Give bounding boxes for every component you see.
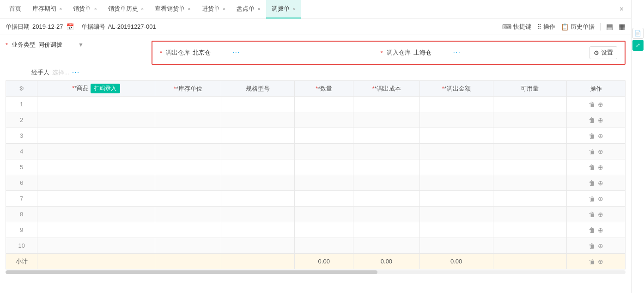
- row-goods-cell[interactable]: [37, 238, 155, 254]
- copy-icon[interactable]: ⊕: [598, 195, 603, 202]
- row-qty-cell[interactable]: [295, 191, 353, 207]
- row-qty-cell[interactable]: [295, 97, 353, 112]
- row-amount-cell[interactable]: [419, 112, 493, 128]
- row-spec-cell[interactable]: [221, 159, 295, 175]
- tab-inventory-init[interactable]: 库存期初 ×: [27, 0, 67, 18]
- layout1-button[interactable]: ▤: [606, 22, 613, 31]
- row-unit-cell[interactable]: [155, 175, 221, 191]
- row-cost-cell[interactable]: [353, 207, 419, 222]
- handler-more[interactable]: ···: [72, 68, 79, 77]
- row-goods-cell[interactable]: [37, 207, 155, 222]
- close-transfer[interactable]: ×: [292, 6, 295, 12]
- row-cost-cell[interactable]: [353, 222, 419, 238]
- delete-icon[interactable]: 🗑: [589, 242, 595, 250]
- close-purchase-order[interactable]: ×: [223, 6, 225, 12]
- copy-icon[interactable]: ⊕: [598, 242, 603, 250]
- transfer-in-more[interactable]: ···: [453, 49, 461, 57]
- row-qty-cell[interactable]: [295, 175, 353, 191]
- row-spec-cell[interactable]: [221, 191, 295, 207]
- settings-button[interactable]: ⚙ 设置: [589, 46, 617, 59]
- transfer-in-value[interactable]: 上海仓: [413, 49, 450, 57]
- row-qty-cell[interactable]: [295, 207, 353, 222]
- row-unit-cell[interactable]: [155, 128, 221, 144]
- copy-icon[interactable]: ⊕: [598, 116, 603, 124]
- row-amount-cell[interactable]: [419, 207, 493, 222]
- row-unit-cell[interactable]: [155, 238, 221, 254]
- tab-purchase-order[interactable]: 进货单 ×: [196, 0, 231, 18]
- row-goods-cell[interactable]: [37, 128, 155, 144]
- copy-icon[interactable]: ⊕: [598, 148, 603, 155]
- doc-date-value[interactable]: 2019-12-27: [32, 23, 63, 30]
- row-unit-cell[interactable]: [155, 144, 221, 159]
- tab-sales-order[interactable]: 销货单 ×: [67, 0, 102, 18]
- row-unit-cell[interactable]: [155, 159, 221, 175]
- close-stocktake[interactable]: ×: [257, 6, 260, 12]
- table-settings-icon[interactable]: ⚙: [19, 85, 24, 92]
- copy-icon[interactable]: ⊕: [598, 179, 603, 187]
- business-type-select[interactable]: 同价调拨 ▼: [38, 41, 84, 49]
- panel-doc-button[interactable]: 📄: [632, 28, 644, 39]
- row-cost-cell[interactable]: [353, 191, 419, 207]
- row-cost-cell[interactable]: [353, 128, 419, 144]
- row-spec-cell[interactable]: [221, 175, 295, 191]
- th-settings[interactable]: ⚙: [6, 81, 37, 97]
- copy-icon[interactable]: ⊕: [598, 101, 603, 108]
- delete-icon[interactable]: 🗑: [589, 148, 595, 155]
- close-sales-order[interactable]: ×: [94, 6, 97, 12]
- copy-icon[interactable]: ⊕: [598, 132, 603, 140]
- tab-sales-history[interactable]: 销货单历史 ×: [103, 0, 149, 18]
- row-qty-cell[interactable]: [295, 112, 353, 128]
- row-amount-cell[interactable]: [419, 175, 493, 191]
- close-sales-history[interactable]: ×: [141, 6, 144, 12]
- delete-icon[interactable]: 🗑: [589, 179, 595, 187]
- row-qty-cell[interactable]: [295, 128, 353, 144]
- delete-icon[interactable]: 🗑: [589, 211, 595, 218]
- row-spec-cell[interactable]: [221, 222, 295, 238]
- row-amount-cell[interactable]: [419, 128, 493, 144]
- transfer-out-more[interactable]: ···: [232, 49, 240, 57]
- row-amount-cell[interactable]: [419, 159, 493, 175]
- row-amount-cell[interactable]: [419, 238, 493, 254]
- close-app-button[interactable]: ×: [616, 5, 627, 13]
- delete-icon[interactable]: 🗑: [589, 226, 595, 234]
- row-cost-cell[interactable]: [353, 97, 419, 112]
- delete-icon[interactable]: 🗑: [589, 164, 595, 171]
- row-goods-cell[interactable]: [37, 97, 155, 112]
- row-cost-cell[interactable]: [353, 144, 419, 159]
- tab-home[interactable]: 首页: [4, 0, 27, 18]
- row-goods-cell[interactable]: [37, 159, 155, 175]
- row-goods-cell[interactable]: [37, 175, 155, 191]
- row-unit-cell[interactable]: [155, 207, 221, 222]
- row-unit-cell[interactable]: [155, 191, 221, 207]
- history-button[interactable]: 📋 历史单据: [561, 23, 595, 31]
- operation-button[interactable]: ⠿ 操作: [537, 23, 555, 31]
- delete-icon[interactable]: 🗑: [589, 101, 595, 108]
- delete-icon[interactable]: 🗑: [589, 258, 595, 265]
- row-cost-cell[interactable]: [353, 175, 419, 191]
- row-amount-cell[interactable]: [419, 191, 493, 207]
- row-amount-cell[interactable]: [419, 144, 493, 159]
- row-goods-cell[interactable]: [37, 191, 155, 207]
- row-spec-cell[interactable]: [221, 112, 295, 128]
- row-unit-cell[interactable]: [155, 97, 221, 112]
- shortcut-button[interactable]: ⌨ 快捷键: [502, 23, 531, 31]
- row-cost-cell[interactable]: [353, 238, 419, 254]
- row-goods-cell[interactable]: [37, 144, 155, 159]
- layout2-button[interactable]: ▦: [619, 22, 626, 31]
- calendar-icon[interactable]: 📅: [66, 23, 74, 31]
- row-amount-cell[interactable]: [419, 222, 493, 238]
- copy-icon[interactable]: ⊕: [598, 211, 603, 218]
- row-qty-cell[interactable]: [295, 159, 353, 175]
- row-goods-cell[interactable]: [37, 112, 155, 128]
- row-qty-cell[interactable]: [295, 238, 353, 254]
- row-spec-cell[interactable]: [221, 144, 295, 159]
- row-cost-cell[interactable]: [353, 112, 419, 128]
- row-amount-cell[interactable]: [419, 97, 493, 112]
- row-spec-cell[interactable]: [221, 207, 295, 222]
- horizontal-scrollbar[interactable]: [6, 270, 626, 274]
- row-qty-cell[interactable]: [295, 222, 353, 238]
- tab-stocktake[interactable]: 盘点单 ×: [231, 0, 266, 18]
- row-qty-cell[interactable]: [295, 144, 353, 159]
- panel-expand-button[interactable]: ⤢: [632, 40, 644, 51]
- row-spec-cell[interactable]: [221, 128, 295, 144]
